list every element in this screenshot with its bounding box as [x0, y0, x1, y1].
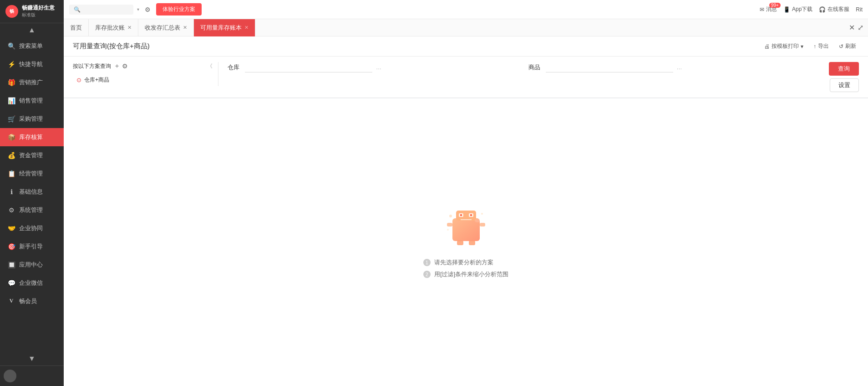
scheme-item-label: 仓库+商品	[84, 76, 109, 84]
purchase-icon: 🛒	[7, 115, 15, 123]
product-label: 商品	[528, 63, 542, 72]
empty-tip-2: 2 用[过滤]条件来缩小分析范围	[423, 270, 508, 278]
tab-close-btn[interactable]: ✕	[849, 23, 855, 32]
product-field: 商品 …	[528, 62, 820, 72]
page-actions: 🖨 按模板打印 ▾ ↑ 导出 ↺ 刷新	[761, 41, 859, 51]
sidebar-item-search[interactable]: 🔍 搜索菜单	[0, 37, 64, 55]
query-btn[interactable]: 查询	[829, 62, 859, 76]
tabs-end-actions: ✕ ⤢	[844, 23, 868, 32]
search-icon: 🔍	[7, 42, 15, 50]
page-title: 可用量查询(按仓库+商品)	[73, 42, 150, 51]
tab-close-available-stock[interactable]: ✕	[244, 25, 249, 31]
product-more-btn[interactable]: …	[677, 64, 682, 71]
print-btn[interactable]: 🖨 按模板打印 ▾	[761, 41, 806, 51]
scheme-title: 按以下方案查询	[73, 62, 111, 70]
sidebar-item-wechat[interactable]: 💬 企业微信	[0, 274, 64, 292]
svg-point-11	[475, 219, 480, 222]
sidebar-item-sales[interactable]: 📊 销售管理	[0, 92, 64, 110]
sidebar-item-basic-info[interactable]: ℹ 基础信息	[0, 183, 64, 201]
system-icon: ⚙	[7, 206, 15, 214]
svg-rect-4	[460, 214, 462, 216]
app-name: 畅赚通好生意	[22, 5, 55, 12]
message-icon: ✉	[760, 6, 764, 13]
enterprise-icon: 🤝	[7, 225, 15, 232]
sidebar-item-operations[interactable]: 📋 经营管理	[0, 165, 64, 183]
topbar-search-input[interactable]	[83, 6, 129, 13]
svg-point-14	[447, 229, 449, 231]
svg-rect-10	[469, 241, 475, 245]
sidebar-item-marketing[interactable]: 🎁 营销推广	[0, 73, 64, 92]
warehouse-more-btn[interactable]: …	[376, 64, 381, 71]
quicknav-icon: ⚡	[7, 61, 15, 68]
settings-btn[interactable]: 设置	[830, 78, 859, 92]
tip-text-1: 请先选择要分析的方案	[434, 258, 493, 267]
svg-rect-7	[447, 223, 452, 226]
query-scheme-header: 按以下方案查询 ＋ ⚙ 《	[73, 62, 213, 70]
svg-point-12	[449, 215, 452, 217]
sidebar-item-newbie[interactable]: 🎯 新手引导	[0, 237, 64, 256]
warehouse-field: 仓库 …	[228, 62, 519, 72]
empty-tips: 1 请先选择要分析的方案 2 用[过滤]条件来缩小分析范围	[423, 258, 508, 282]
tabs-bar: 首页 库存批次账 ✕ 收发存汇总表 ✕ 可用量库存账本 ✕ ✕ ⤢	[64, 19, 868, 36]
tab-available-stock[interactable]: 可用量库存账本 ✕	[194, 19, 255, 36]
topbar-chevron-icon[interactable]: ▾	[137, 7, 139, 12]
scheme-item-icon: ⊙	[76, 77, 81, 83]
print-icon: 🖨	[764, 43, 770, 50]
empty-illustration	[443, 202, 489, 249]
sidebar-item-finance[interactable]: 💰 资金管理	[0, 146, 64, 165]
tip-text-2: 用[过滤]条件来缩小分析范围	[434, 270, 508, 278]
sidebar-item-quicknav[interactable]: ⚡ 快捷导航	[0, 55, 64, 73]
sidebar-scroll-up[interactable]: ▲	[0, 23, 64, 37]
collapse-scheme-btn[interactable]: 《	[207, 62, 213, 70]
tab-home[interactable]: 首页	[64, 19, 89, 36]
sidebar-item-app-center[interactable]: 🔲 应用中心	[0, 256, 64, 274]
info-icon: ℹ	[7, 188, 15, 196]
tab-inventory-batch[interactable]: 库存批次账 ✕	[89, 19, 138, 36]
empty-tip-1: 1 请先选择要分析的方案	[423, 258, 508, 267]
sales-icon: 📊	[7, 97, 15, 104]
topbar-message[interactable]: ✉ 消息 99+	[760, 5, 777, 13]
tab-close-stock-summary[interactable]: ✕	[183, 25, 187, 31]
export-btn[interactable]: ↑ 导出	[811, 41, 832, 51]
warehouse-input[interactable]	[245, 62, 372, 72]
sidebar-item-system[interactable]: ⚙ 系统管理	[0, 201, 64, 219]
topbar-search-icon: 🔍	[74, 6, 81, 13]
topbar-gear-icon[interactable]: ⚙	[145, 6, 151, 13]
svg-rect-9	[457, 241, 463, 245]
sidebar-item-member[interactable]: V 畅会员	[0, 292, 64, 310]
topbar-online-service[interactable]: 🎧 在线客服	[819, 5, 849, 13]
service-icon: 🎧	[819, 6, 826, 13]
sidebar-item-purchase[interactable]: 🛒 采购管理	[0, 110, 64, 128]
query-actions: 查询 设置	[829, 62, 859, 92]
svg-point-13	[481, 213, 483, 215]
industry-btn[interactable]: 体验行业方案	[156, 3, 202, 15]
query-area: 按以下方案查询 ＋ ⚙ 《 ⊙ 仓库+商品 仓库 …	[64, 57, 868, 98]
tip-num-1: 1	[423, 259, 431, 266]
sidebar-header: 畅 畅赚通好生意 标准版	[0, 0, 64, 23]
topbar-username[interactable]: Rit	[856, 6, 863, 13]
sidebar-footer	[0, 365, 64, 386]
sidebar-scroll-down[interactable]: ▼	[0, 352, 64, 365]
topbar-app-download[interactable]: 📱 App下载	[783, 5, 812, 13]
tab-expand-btn[interactable]: ⤢	[858, 23, 863, 32]
refresh-btn[interactable]: ↺ 刷新	[836, 41, 859, 51]
scheme-item-warehouse-product[interactable]: ⊙ 仓库+商品	[73, 74, 213, 86]
user-avatar	[4, 370, 16, 382]
tab-close-inventory-batch[interactable]: ✕	[127, 25, 132, 31]
topbar-right: ✉ 消息 99+ 📱 App下载 🎧 在线客服 Rit	[760, 5, 863, 13]
print-chevron-icon: ▾	[801, 43, 803, 50]
sidebar: 畅 畅赚通好生意 标准版 ▲ 🔍 搜索菜单 ⚡ 快捷导航 🎁 营销推广 📊 销售…	[0, 0, 64, 386]
finance-icon: 💰	[7, 152, 15, 159]
tab-stock-summary[interactable]: 收发存汇总表 ✕	[138, 19, 194, 36]
svg-rect-8	[480, 223, 485, 226]
newbie-icon: 🎯	[7, 243, 15, 250]
edit-scheme-btn[interactable]: ⚙	[122, 62, 128, 70]
app-edition: 标准版	[22, 12, 55, 18]
add-scheme-btn[interactable]: ＋	[114, 62, 120, 70]
member-icon: V	[7, 298, 15, 304]
query-fields-panel: 仓库 … 商品 … 查询 设置	[218, 62, 859, 92]
product-input[interactable]	[546, 62, 673, 72]
sidebar-item-inventory[interactable]: 📦 库存核算	[0, 128, 64, 146]
main-area: 🔍 ▾ ⚙ 体验行业方案 ✉ 消息 99+ 📱 App下载 🎧 在线客服 Rit	[64, 0, 868, 386]
sidebar-item-enterprise[interactable]: 🤝 企业协同	[0, 219, 64, 237]
